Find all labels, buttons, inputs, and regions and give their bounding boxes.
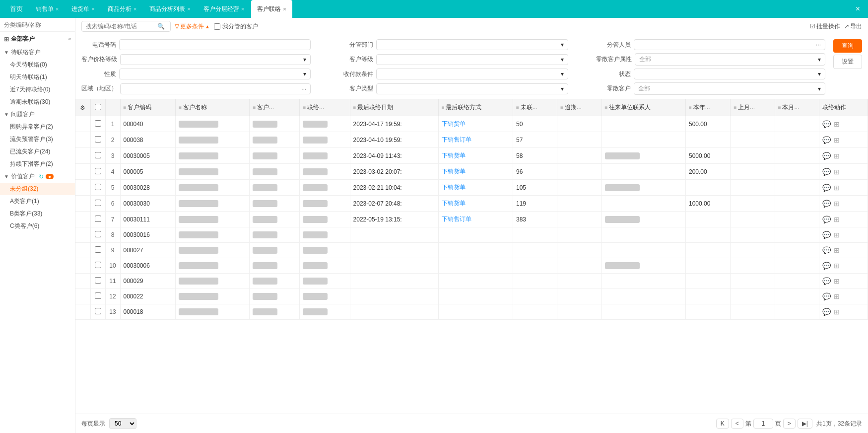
dept-select[interactable]: ▾ bbox=[376, 39, 568, 50]
chat-icon[interactable]: 💬 bbox=[822, 216, 831, 223]
last-contact-method-link[interactable]: 下销货单 bbox=[442, 184, 466, 191]
close-icon[interactable]: × bbox=[91, 6, 94, 12]
page-input[interactable] bbox=[753, 419, 773, 429]
last-contact-method-link[interactable]: 下销货单 bbox=[442, 152, 466, 159]
this-year-col-header[interactable]: 本年... bbox=[686, 99, 731, 116]
retail-customer-select[interactable]: 全部 ▾ bbox=[634, 82, 825, 95]
customer-code-col-header[interactable]: 客户编码 bbox=[120, 99, 176, 116]
sidebar-item-today-pending[interactable]: 今天待联络(0) bbox=[0, 59, 75, 71]
sidebar-search-input[interactable] bbox=[4, 21, 75, 28]
row-checkbox[interactable] bbox=[95, 246, 101, 253]
grid-action-icon[interactable]: ⊞ bbox=[834, 136, 840, 144]
nav-tab-customer-tier[interactable]: 客户分层经营 × bbox=[198, 0, 250, 18]
price-level-select[interactable]: ▾ bbox=[120, 54, 311, 65]
unit-contact-col-header[interactable]: 往来单位联系人 bbox=[601, 99, 685, 116]
sidebar-item-7day-pending[interactable]: 近7天待联络(0) bbox=[0, 83, 75, 96]
nature-select[interactable]: ▾ bbox=[119, 69, 311, 79]
last-month-col-header[interactable]: 上月... bbox=[731, 99, 775, 116]
chat-icon[interactable]: 💬 bbox=[822, 231, 831, 239]
grid-action-icon[interactable]: ⊞ bbox=[834, 246, 840, 254]
grid-action-icon[interactable]: ⊞ bbox=[834, 231, 840, 239]
sidebar-item-a-class[interactable]: A类客户(1) bbox=[0, 195, 75, 208]
row-checkbox[interactable] bbox=[95, 216, 101, 222]
row-checkbox[interactable] bbox=[95, 136, 101, 143]
customer-level-select[interactable]: ▾ bbox=[376, 54, 568, 65]
my-customers-checkbox[interactable] bbox=[214, 23, 220, 30]
sidebar-item-tomorrow-pending[interactable]: 明天待联络(1) bbox=[0, 71, 75, 83]
not-contact-col-header[interactable]: 未联... bbox=[513, 99, 557, 116]
chat-icon[interactable]: 💬 bbox=[822, 292, 831, 300]
grid-action-icon[interactable]: ⊞ bbox=[834, 308, 840, 316]
grid-action-icon[interactable]: ⊞ bbox=[834, 292, 840, 300]
chat-icon[interactable]: 💬 bbox=[822, 120, 831, 128]
first-page-button[interactable]: K bbox=[716, 419, 729, 429]
close-icon[interactable]: × bbox=[283, 6, 286, 12]
close-icon[interactable]: × bbox=[134, 6, 136, 12]
overdue-col-header[interactable]: 逾期... bbox=[557, 99, 601, 116]
row-checkbox[interactable] bbox=[95, 292, 101, 299]
nav-tab-purchase[interactable]: 进货单 × bbox=[66, 0, 100, 18]
chat-icon[interactable]: 💬 bbox=[822, 152, 831, 160]
close-icon[interactable]: × bbox=[187, 6, 190, 12]
sidebar-item-declining[interactable]: 持续下滑客户(2) bbox=[0, 158, 75, 170]
batch-operation-button[interactable]: ☑ 批量操作 bbox=[810, 22, 840, 31]
grid-action-icon[interactable]: ⊞ bbox=[834, 200, 840, 208]
row-checkbox[interactable] bbox=[95, 168, 101, 174]
grid-action-icon[interactable]: ⊞ bbox=[834, 216, 840, 223]
collapse-icon[interactable]: « bbox=[68, 36, 71, 42]
payment-select[interactable]: ▾ bbox=[376, 69, 568, 79]
sidebar-item-b-class[interactable]: B类客户(33) bbox=[0, 208, 75, 220]
manager-select[interactable]: ··· bbox=[634, 39, 825, 50]
last-contact-method-link[interactable]: 下销货单 bbox=[442, 168, 466, 175]
last-contact-method-link[interactable]: 下销货单 bbox=[442, 200, 466, 207]
refresh-icon[interactable]: ↻ bbox=[39, 173, 44, 180]
last-contact-date-col-header[interactable]: 最后联络日期 bbox=[350, 99, 438, 116]
grid-action-icon[interactable]: ⊞ bbox=[834, 152, 840, 160]
last-contact-method-link[interactable]: 下销售订单 bbox=[442, 216, 471, 222]
nav-home[interactable]: 首页 bbox=[4, 0, 29, 18]
this-month-col-header[interactable]: 本月... bbox=[775, 99, 819, 116]
chat-icon[interactable]: 💬 bbox=[822, 308, 831, 316]
chat-icon[interactable]: 💬 bbox=[822, 200, 831, 208]
next-page-button[interactable]: > bbox=[783, 419, 796, 429]
status-select[interactable]: ▾ bbox=[634, 69, 825, 79]
chat-icon[interactable]: 💬 bbox=[822, 184, 831, 192]
grid-action-icon[interactable]: ⊞ bbox=[834, 262, 840, 270]
select-all-checkbox[interactable] bbox=[95, 104, 101, 110]
more-conditions-button[interactable]: ▽ 更多条件 ▲ bbox=[175, 22, 210, 31]
sidebar-item-overdue-pending[interactable]: 逾期未联络(30) bbox=[0, 96, 75, 108]
row-checkbox[interactable] bbox=[95, 277, 101, 284]
nav-tab-analysis[interactable]: 商品分析 × bbox=[102, 0, 142, 18]
retail-attr-select[interactable]: 全部 ▾ bbox=[635, 53, 825, 66]
sidebar-group-pending[interactable]: ▼ 待联络客户 bbox=[0, 46, 75, 59]
row-checkbox[interactable] bbox=[95, 184, 101, 190]
sidebar-item-no-group[interactable]: 未分组(32) bbox=[0, 183, 75, 195]
chat-icon[interactable]: 💬 bbox=[822, 246, 831, 254]
customer-name-col-header[interactable]: 客户名称 bbox=[176, 99, 250, 116]
prev-page-button[interactable]: < bbox=[731, 419, 743, 429]
sidebar-item-abnormal[interactable]: 囤购异常客户(2) bbox=[0, 121, 75, 133]
close-icon[interactable]: × bbox=[56, 6, 59, 12]
region-select[interactable]: ··· bbox=[120, 83, 311, 94]
checkbox-col-header[interactable] bbox=[90, 99, 105, 116]
customer-type-col-header[interactable]: 客户... bbox=[250, 99, 300, 116]
last-page-button[interactable]: ▶| bbox=[798, 419, 812, 429]
close-icon[interactable]: × bbox=[241, 6, 244, 12]
grid-action-icon[interactable]: ⊞ bbox=[834, 277, 840, 285]
my-customers-checkbox-label[interactable]: 我分管的客户 bbox=[214, 22, 258, 31]
all-customers-header[interactable]: ⊞ 全部客户 « bbox=[0, 32, 75, 46]
sidebar-item-churn-warning[interactable]: 流失预警客户(3) bbox=[0, 133, 75, 145]
sidebar-group-value[interactable]: ▼ 价值客户 ↻ ● bbox=[0, 170, 75, 183]
sidebar-item-c-class[interactable]: C类客户(6) bbox=[0, 220, 75, 232]
nav-tab-analysis-list[interactable]: 商品分析列表 × bbox=[143, 0, 196, 18]
settings-col-header[interactable]: ⚙ bbox=[75, 99, 90, 116]
search-input[interactable] bbox=[86, 23, 155, 30]
sidebar-item-lost[interactable]: 已流失客户(24) bbox=[0, 145, 75, 158]
row-checkbox[interactable] bbox=[95, 120, 101, 127]
contact-col-header[interactable]: 联络... bbox=[300, 99, 350, 116]
grid-action-icon[interactable]: ⊞ bbox=[834, 120, 840, 128]
chat-icon[interactable]: 💬 bbox=[822, 277, 831, 285]
row-checkbox[interactable] bbox=[95, 231, 101, 237]
search-box[interactable]: 🔍 bbox=[81, 21, 171, 32]
chat-icon[interactable]: 💬 bbox=[822, 168, 831, 176]
